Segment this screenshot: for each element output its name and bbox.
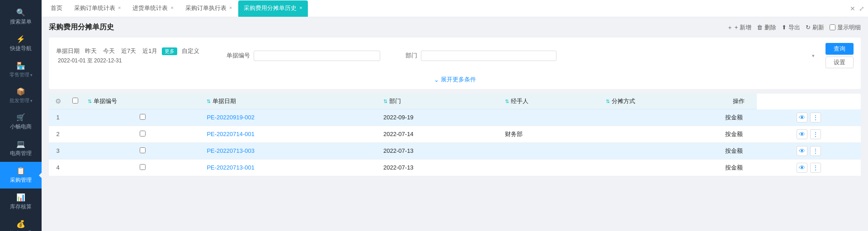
doc-num-link[interactable]: PE-20220713-003 (207, 147, 255, 154)
table-body: 1 PE-20220919-002 2022-09-19 按金额 👁 ⋮ 2 (49, 109, 861, 176)
page-header: 采购费用分摊单历史 ＋ + 新增 🗑 删除 ⬆ 导出 ↻ 刷新 (49, 23, 861, 32)
more-action-icon[interactable]: ⋮ (810, 113, 821, 123)
close-all-icon[interactable]: ✕ (850, 5, 855, 12)
row-handler (601, 142, 720, 159)
doc-num-input[interactable] (254, 51, 380, 61)
view-icon[interactable]: 👁 (797, 129, 807, 139)
sidebar-item-inventory[interactable]: 📊 库存核算 (0, 189, 42, 215)
refresh-label: 刷新 (812, 24, 824, 32)
row-checkbox[interactable] (140, 164, 146, 170)
table-row: 3 PE-20220713-003 2022-07-13 按金额 👁 ⋮ (49, 142, 861, 159)
sidebar-item-label: 零售管理 (9, 71, 29, 78)
sidebar-item-label: 小畅电商 (10, 123, 32, 130)
chevron-down-icon: ▾ (30, 99, 33, 103)
th-doc-num: ⇅ 单据编号 (83, 94, 202, 109)
tab-purchase-order-stat[interactable]: 采购订单统计表 × (69, 0, 126, 17)
tab-purchase-cost-history[interactable]: 采购费用分摊单历史 × (238, 0, 307, 17)
date-filter-label: 单据日期 (56, 47, 80, 55)
th-handler: ⇅ 经手人 (500, 94, 601, 109)
gear-icon[interactable]: ⚙ (55, 97, 61, 105)
data-table-container: ⚙ ⇅ 单据编号 ⇅ 单据日期 (49, 94, 861, 176)
chevron-down-icon: ▾ (30, 73, 33, 77)
export-button[interactable]: ⬆ 导出 (782, 24, 800, 32)
more-action-icon[interactable]: ⋮ (810, 163, 821, 173)
close-icon[interactable]: × (118, 5, 121, 10)
refresh-button[interactable]: ↻ 刷新 (806, 24, 824, 32)
row-num: 2 (49, 126, 67, 142)
toolbar: ＋ + 新增 🗑 删除 ⬆ 导出 ↻ 刷新 显示明细 (727, 24, 861, 32)
close-icon[interactable]: × (229, 5, 232, 10)
cart-icon: 🛒 (2, 113, 40, 122)
sidebar-item-ecom-mgmt[interactable]: 💻 电商管理 (0, 135, 42, 162)
add-button[interactable]: ＋ + 新增 (727, 24, 751, 32)
expand-filter-btn[interactable]: ⌄ 展开更多条件 (434, 75, 476, 84)
delete-label: 删除 (764, 24, 776, 32)
sidebar-item-wholesale[interactable]: 📦 批发管理 ▾ (0, 83, 42, 108)
close-icon[interactable]: × (170, 5, 173, 10)
select-all-checkbox[interactable] (72, 98, 78, 104)
refresh-icon: ↻ (806, 24, 811, 31)
view-icon[interactable]: 👁 (797, 146, 807, 156)
sidebar-item-label: 批发管理 (9, 97, 29, 104)
today-btn[interactable]: 今天 (101, 47, 117, 56)
row-dept (500, 159, 601, 176)
tab-home[interactable]: 首页 (45, 0, 68, 17)
row-num: 3 (49, 142, 67, 159)
row-checkbox[interactable] (140, 131, 146, 137)
expand-label: 展开更多条件 (441, 75, 476, 84)
tab-purchase-order-exec[interactable]: 采购订单执行表 × (180, 0, 237, 17)
search-icon: 🔍 (2, 8, 40, 17)
sidebar-item-retail[interactable]: 🏪 零售管理 ▾ (0, 57, 42, 83)
delete-button[interactable]: 🗑 删除 (757, 24, 776, 32)
doc-num-link[interactable]: PE-20220919-002 (207, 114, 255, 121)
clipboard-icon: 📋 (2, 166, 40, 175)
sidebar-item-label: 采购管理 (10, 177, 32, 183)
show-detail-checkbox[interactable]: 显示明细 (830, 24, 861, 32)
more-action-icon[interactable]: ⋮ (810, 146, 821, 156)
sidebar-item-label: 电商管理 (10, 150, 32, 156)
dept-select[interactable]: 财务部 (421, 51, 557, 61)
row-num: 4 (49, 159, 67, 176)
filter-row-1: 单据日期 昨天 今天 近7天 近1月 更多 自定义 2022-01-01 至 2… (56, 43, 854, 68)
row-checkbox[interactable] (140, 114, 146, 120)
sidebar-item-quick-nav[interactable]: ⚡ 快捷导航 (0, 30, 42, 57)
th-doc-date: ⇅ 单据日期 (202, 94, 379, 109)
more-date-btn[interactable]: 更多 (162, 47, 177, 55)
view-icon[interactable]: 👁 (797, 163, 807, 173)
row-settings-cell (67, 142, 83, 159)
row-checkbox[interactable] (140, 147, 146, 153)
add-label: + 新增 (735, 24, 751, 32)
row-doc-date: 2022-07-13 (379, 159, 500, 176)
sidebar-item-search[interactable]: 🔍 搜索菜单 (0, 4, 42, 30)
settings-button[interactable]: 设置 (826, 57, 854, 68)
last7-btn[interactable]: 近7天 (119, 47, 138, 56)
tab-actions: ✕ ⤢ (850, 5, 864, 12)
sidebar-item-ecom-small[interactable]: 🛒 小畅电商 (0, 108, 42, 135)
sidebar-item-purchase[interactable]: 📋 采购管理 (0, 162, 42, 189)
show-detail-input[interactable] (830, 24, 835, 30)
data-table: ⚙ ⇅ 单据编号 ⇅ 单据日期 (49, 94, 861, 176)
row-doc-num: PE-20220713-001 (202, 159, 379, 176)
custom-date-btn[interactable]: 自定义 (180, 47, 201, 56)
sort-icon: ⇅ (606, 99, 610, 104)
row-settings-cell (67, 126, 83, 142)
view-icon[interactable]: 👁 (797, 113, 807, 123)
content-area: 采购费用分摊单历史 ＋ + 新增 🗑 删除 ⬆ 导出 ↻ 刷新 (42, 17, 868, 231)
more-action-icon[interactable]: ⋮ (810, 129, 821, 139)
sidebar-item-finance[interactable]: 💰 资金管理 (0, 215, 42, 231)
row-num: 1 (49, 109, 67, 126)
tab-inbound-stat[interactable]: 进货单统计表 × (127, 0, 179, 17)
page-title: 采购费用分摊单历史 (49, 23, 114, 32)
row-doc-num: PE-20220714-001 (202, 126, 379, 142)
row-action-cell: 👁 ⋮ (757, 159, 861, 176)
doc-num-link[interactable]: PE-20220714-001 (207, 131, 255, 137)
query-button[interactable]: 查询 (826, 43, 854, 55)
last1m-btn[interactable]: 近1月 (141, 47, 159, 56)
row-handler (601, 109, 720, 126)
close-icon[interactable]: × (299, 5, 302, 10)
row-doc-date: 2022-07-13 (379, 142, 500, 159)
maximize-icon[interactable]: ⤢ (859, 5, 864, 12)
delete-icon: 🗑 (757, 24, 763, 31)
yesterday-btn[interactable]: 昨天 (83, 47, 99, 56)
doc-num-link[interactable]: PE-20220713-001 (207, 164, 255, 171)
